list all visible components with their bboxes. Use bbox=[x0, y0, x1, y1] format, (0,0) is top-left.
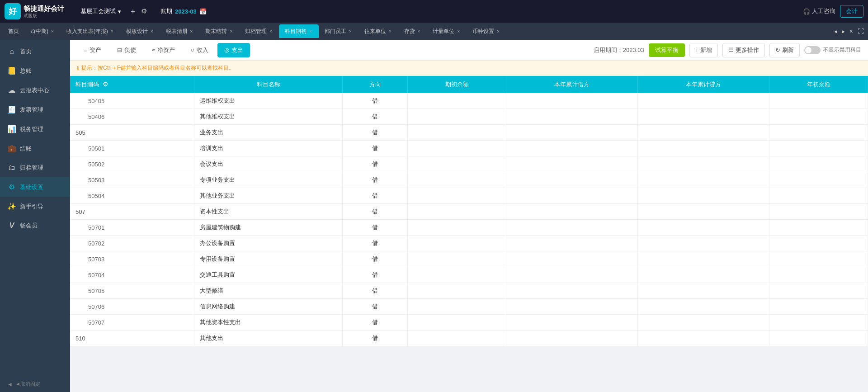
tab-close-currency[interactable]: × bbox=[496, 28, 500, 35]
tab-archive[interactable]: 归档管理 × bbox=[239, 24, 279, 38]
cell-year-start bbox=[769, 125, 868, 141]
table-row[interactable]: 50704 交通工具购置 借 bbox=[70, 267, 868, 283]
table-row[interactable]: 510 其他支出 借 bbox=[70, 331, 868, 346]
table-row[interactable]: 505 业务支出 借 bbox=[70, 125, 868, 141]
cell-ytd-debit bbox=[506, 220, 637, 236]
table-row[interactable]: 50701 房屋建筑物购建 借 bbox=[70, 220, 868, 236]
sidebar-item-invoice[interactable]: 🧾 发票管理 bbox=[0, 100, 70, 119]
cell-code: 50504 bbox=[70, 188, 194, 204]
cell-year-start bbox=[769, 109, 868, 125]
cell-ytd-credit bbox=[638, 236, 769, 251]
table-row[interactable]: 507 资本性支出 借 bbox=[70, 204, 868, 220]
cell-direction: 借 bbox=[343, 220, 408, 236]
tab-close-income[interactable]: × bbox=[110, 28, 114, 35]
tab-close-tax[interactable]: × bbox=[189, 28, 194, 35]
tab-income[interactable]: 收入支出表(年报) × bbox=[61, 24, 120, 38]
help-button[interactable]: 🎧 人工咨询 bbox=[803, 7, 835, 15]
table-row[interactable]: 50504 其他业务支出 借 bbox=[70, 188, 868, 204]
tab-close-template[interactable]: × bbox=[150, 28, 154, 35]
table-row[interactable]: 50702 办公设备购置 借 bbox=[70, 236, 868, 251]
tab-close-department[interactable]: × bbox=[348, 28, 353, 35]
sidebar-item-home[interactable]: ⌂ 首页 bbox=[0, 42, 70, 61]
cell-direction: 借 bbox=[343, 204, 408, 220]
tab-close-measure[interactable]: × bbox=[456, 28, 461, 35]
table-row[interactable]: 50405 运维维权支出 借 bbox=[70, 93, 868, 109]
tab-close-units[interactable]: × bbox=[388, 28, 392, 35]
tab-template[interactable]: 模版设计 × bbox=[120, 24, 160, 38]
assets-icon: ≡ bbox=[84, 47, 87, 53]
cell-ytd-credit bbox=[638, 141, 769, 156]
toggle-container: 不显示禁用科目 bbox=[804, 46, 861, 54]
tab-units[interactable]: 往来单位 × bbox=[359, 24, 398, 38]
cell-year-start bbox=[769, 172, 868, 188]
cell-code: 50501 bbox=[70, 141, 194, 156]
column-settings-icon[interactable]: ⚙ bbox=[103, 80, 108, 88]
cell-ytd-credit bbox=[638, 156, 769, 172]
sub-tab-income[interactable]: ○ 收入 bbox=[184, 43, 215, 57]
tabs-expand-button[interactable]: ⛶ bbox=[856, 26, 866, 37]
cell-ytd-credit bbox=[638, 251, 769, 267]
tab-close-period-end[interactable]: × bbox=[229, 28, 233, 35]
tab-department[interactable]: 部门员工 × bbox=[319, 24, 359, 38]
table-row[interactable]: 50703 专用设备购置 借 bbox=[70, 251, 868, 267]
tabs-close-all-button[interactable]: × bbox=[848, 26, 855, 37]
period-display: 启用期间：2023.03 bbox=[594, 46, 644, 54]
table-row[interactable]: 50705 大型修缮 借 bbox=[70, 283, 868, 299]
settings-icon[interactable]: ⚙ bbox=[141, 7, 147, 15]
sub-tab-liabilities[interactable]: ⊟ 负债 bbox=[110, 43, 143, 57]
balance-button[interactable]: 试算平衡 bbox=[649, 43, 685, 57]
cell-code: 507 bbox=[70, 204, 194, 220]
account-button[interactable]: 会计 bbox=[840, 5, 863, 18]
sidebar-item-tax[interactable]: 📊 税务管理 bbox=[0, 119, 70, 139]
sub-tab-expense[interactable]: ◎ 支出 bbox=[217, 43, 250, 57]
tab-measure[interactable]: 计量单位 × bbox=[427, 24, 467, 38]
sidebar-item-closing[interactable]: 💼 结账 bbox=[0, 139, 70, 158]
table-row[interactable]: 50503 专项业务支出 借 bbox=[70, 172, 868, 188]
logo-text: 畅捷通好会计 试题版 bbox=[24, 4, 64, 19]
table-row[interactable]: 50707 其他资本性支出 借 bbox=[70, 315, 868, 331]
table-row[interactable]: 50706 信息网络购建 借 bbox=[70, 299, 868, 315]
calendar-icon[interactable]: 📅 bbox=[199, 8, 207, 15]
cell-name: 专用设备购置 bbox=[194, 251, 343, 267]
sidebar-item-ledger[interactable]: 📒 总账 bbox=[0, 61, 70, 80]
tab-currency[interactable]: 币种设置 × bbox=[467, 24, 506, 38]
tabs-prev-button[interactable]: ◂ bbox=[832, 26, 839, 37]
cell-ytd-credit bbox=[638, 204, 769, 220]
sidebar-item-settings[interactable]: ⚙ 基础设置 bbox=[0, 177, 70, 197]
tabs-next-button[interactable]: ▸ bbox=[840, 26, 847, 37]
company-selector[interactable]: 基层工会测试 ▾ bbox=[77, 5, 125, 17]
cell-ytd-debit bbox=[506, 156, 637, 172]
cell-name: 运维维权支出 bbox=[194, 93, 343, 109]
closing-icon: 💼 bbox=[7, 144, 16, 153]
tab-close-inventory[interactable]: × bbox=[417, 28, 421, 35]
tab-inventory[interactable]: 存货 × bbox=[398, 24, 427, 38]
tab-home[interactable]: 首页 bbox=[2, 24, 25, 38]
refresh-button[interactable]: ↻ 刷新 bbox=[769, 43, 800, 57]
more-button[interactable]: ☰ 更多操作 bbox=[722, 43, 765, 57]
sidebar-item-guide[interactable]: ✨ 新手引导 bbox=[0, 197, 70, 216]
add-icon[interactable]: ＋ bbox=[129, 7, 137, 16]
tab-close-archive[interactable]: × bbox=[269, 28, 273, 35]
sub-tab-net-assets[interactable]: ≈ 净资产 bbox=[145, 43, 182, 57]
logo-icon: 好 bbox=[5, 3, 21, 19]
cell-code: 50705 bbox=[70, 283, 194, 299]
table-row[interactable]: 50501 培训支出 借 bbox=[70, 141, 868, 156]
sub-tab-assets[interactable]: ≡ 资产 bbox=[77, 43, 108, 57]
disable-toggle[interactable] bbox=[804, 46, 821, 54]
table-row[interactable]: 50502 会议支出 借 bbox=[70, 156, 868, 172]
sidebar-item-report[interactable]: ☁ 云报表中心 bbox=[0, 80, 70, 100]
tab-period[interactable]: ℰ(中期) × bbox=[25, 24, 61, 38]
cell-direction: 借 bbox=[343, 315, 408, 331]
hint-bar: ℹ 提示：按Ctrl＋F键并输入科目编码或者科目名称可以查找科目。 bbox=[70, 61, 868, 76]
tab-subject-period[interactable]: 科目期初 × bbox=[279, 24, 319, 38]
tab-tax[interactable]: 税表清册 × bbox=[160, 24, 200, 38]
table-row[interactable]: 50406 其他维权支出 借 bbox=[70, 109, 868, 125]
sidebar-collapse-button[interactable]: ◄ ◄取消固定 bbox=[0, 376, 70, 392]
tab-close-period[interactable]: × bbox=[50, 28, 55, 35]
sidebar-item-member[interactable]: V 畅会员 bbox=[0, 216, 70, 235]
add-button[interactable]: + 新增 bbox=[689, 43, 718, 57]
cell-ytd-debit bbox=[506, 251, 637, 267]
sidebar-item-archive[interactable]: 🗂 归档管理 bbox=[0, 158, 70, 177]
tab-close-subject-period[interactable]: × bbox=[308, 28, 313, 35]
tab-period-end[interactable]: 期末结转 × bbox=[199, 24, 239, 38]
